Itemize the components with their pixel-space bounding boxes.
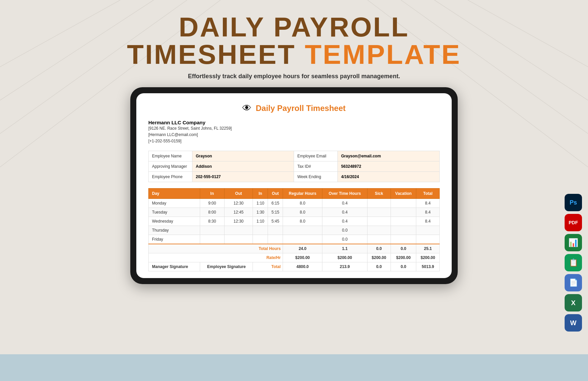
cell-in2: 1:30 [253,208,268,217]
rate-label: Rate/Hr [149,253,283,262]
cell-overtime: 0.0 [322,226,368,235]
rate-sick: $200.00 [368,253,391,262]
taxid-label: Tax ID# [294,161,337,171]
weekending-row: Week Ending 4/16/2024 [294,172,439,182]
cell-out2 [268,226,283,235]
employee-sig: Employee Signature [200,262,253,271]
taxid-value: 563248972 [337,161,439,171]
employee-email-label: Employee Email [294,151,337,161]
table-row: Wednesday 8:30 12:30 1:10 5:45 8.0 0.4 8… [149,217,440,226]
table-header-row: Day In Out In Out Regular Hours Over Tim… [149,188,440,199]
employee-name-label: Employee Name [149,151,192,161]
tablet-frame: 👁 Daily Payroll Timesheet Hermann LLC Co… [130,87,458,284]
cell-in1 [200,235,224,244]
cell-vacation [391,226,416,235]
cell-vacation [391,235,416,244]
table-row: Friday 0.0 [149,235,440,244]
th-total: Total [416,188,440,199]
app-icons-panel: Ps PDF 📊 📋 📄 X W [565,194,582,332]
pdf-label: PDF [569,220,578,225]
bottom-bar [0,354,588,381]
app-icon-docs[interactable]: 📄 [565,274,582,291]
table-row: Thursday 0.0 [149,226,440,235]
cell-out2 [268,235,283,244]
cell-in2: 1:10 [253,199,268,208]
manager-value: Addison [192,161,294,171]
cell-day: Tuesday [149,208,200,217]
cell-out1 [224,235,253,244]
main-container: DAILY PAYROLL TIMESHEET TEMPLATE Effortl… [0,0,588,284]
sheet-icon: 👁 [242,103,252,114]
totals-regular: 24.0 [283,244,322,253]
rate-overtime: $200.00 [322,253,368,262]
cell-day: Monday [149,199,200,208]
employee-email-row: Employee Email Grayson@email.com [294,151,439,161]
grand-total: 5013.9 [416,262,440,271]
app-icon-pdf[interactable]: PDF [565,214,582,231]
th-out2: Out [268,188,283,199]
company-phone: [+1-202-555-0159] [148,138,440,144]
title-line2-orange: TEMPLATE [305,39,461,70]
weekending-value: 4/16/2024 [337,172,439,182]
cell-sick [368,226,391,235]
totals-row: Total Hours 24.0 1.1 0.0 0.0 25.1 [149,244,440,253]
rate-total: $200.00 [416,253,440,262]
totals-sick: 0.0 [368,244,391,253]
th-sick: Sick [368,188,391,199]
ps-label: Ps [570,199,577,206]
th-out1: Out [224,188,253,199]
excel-label: X [571,299,575,307]
cell-overtime: 0.0 [322,235,368,244]
cell-overtime: 0.4 [322,199,368,208]
numbers-icon: 📊 [568,238,578,247]
title-line1: DAILY PAYROLL [179,13,409,41]
table-row: Monday 9:00 12:30 1:10 6:15 8.0 0.4 8.4 [149,199,440,208]
sheets-icon: 📋 [569,258,578,267]
grand-regular: 4800.0 [283,262,322,271]
cell-in1 [200,226,224,235]
cell-in1: 8:00 [200,208,224,217]
cell-regular: 8.0 [283,208,322,217]
employee-name-value: Grayson [192,151,294,161]
cell-out2: 6:15 [268,199,283,208]
app-icon-word[interactable]: W [565,314,582,332]
cell-sick [368,217,391,226]
cell-overtime: 0.4 [322,208,368,217]
timesheet-table: Day In Out In Out Regular Hours Over Tim… [148,188,440,271]
employee-email-value: Grayson@email.com [337,151,439,161]
cell-vacation [391,217,416,226]
grand-overtime: 213.9 [322,262,368,271]
totals-label: Total Hours [149,244,283,253]
th-day: Day [149,188,200,199]
weekending-label: Week Ending [294,172,337,182]
app-icon-photoshop[interactable]: Ps [565,194,582,211]
cell-regular: 8.0 [283,217,322,226]
manager-row: Approving Manager Addison [149,161,294,172]
page-subtitle: Effortlessly track daily employee hours … [188,73,400,80]
phone-label: Employee Phone [149,172,192,182]
tablet-inner: 👁 Daily Payroll Timesheet Hermann LLC Co… [136,93,452,278]
cell-sick [368,235,391,244]
cell-in2 [253,235,268,244]
company-email: [Hermann LLC@email.com] [148,132,440,138]
cell-total [416,235,440,244]
cell-out1: 12:30 [224,199,253,208]
rate-regular: $200.00 [283,253,322,262]
manager-sig: Manager Signature [149,262,200,271]
app-icon-numbers[interactable]: 📊 [565,234,582,251]
app-icon-sheets[interactable]: 📋 [565,254,582,271]
grand-total-row: Manager Signature Employee Signature Tot… [149,262,440,271]
employee-name-row: Employee Name Grayson [149,151,294,161]
totals-overtime: 1.1 [322,244,368,253]
cell-overtime: 0.4 [322,217,368,226]
sheet-title: Daily Payroll Timesheet [256,104,345,113]
cell-day: Thursday [149,226,200,235]
cell-in1: 9:00 [200,199,224,208]
company-info: Hermann LLC Company [9126 NE. Race Stree… [148,120,440,145]
cell-day: Friday [149,235,200,244]
totals-vacation: 0.0 [391,244,416,253]
app-icon-excel[interactable]: X [565,294,582,311]
cell-regular [283,235,322,244]
th-in1: In [200,188,224,199]
rate-vacation: $200.00 [391,253,416,262]
